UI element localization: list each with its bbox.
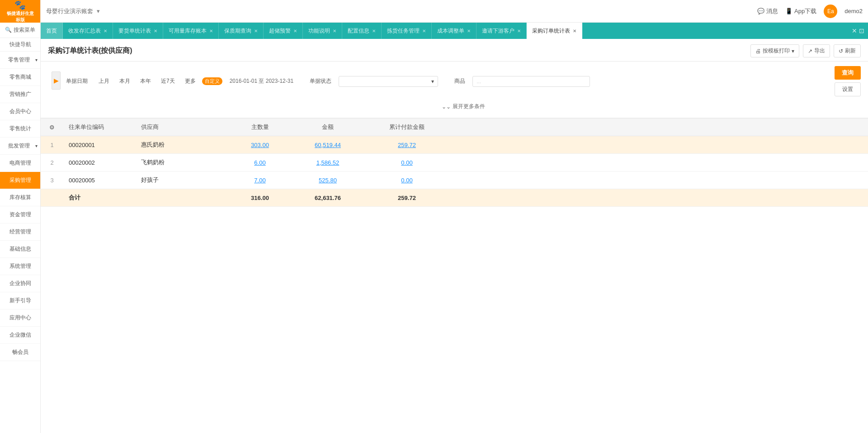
refresh-icon: ↺ xyxy=(839,48,843,54)
tab-receive-summary[interactable]: 收发存汇总表 ✕ xyxy=(63,23,113,39)
cell-amount[interactable]: 1,586.52 xyxy=(294,154,362,171)
tab-label: 配置信息 xyxy=(348,27,369,35)
cell-code: 00020001 xyxy=(63,136,136,154)
goods-input[interactable]: ... xyxy=(472,76,590,87)
account-dropdown[interactable]: 母婴行业演示账套 xyxy=(46,7,93,15)
cell-qty[interactable]: 6.00 xyxy=(226,154,294,171)
dropdown-icon[interactable]: ▾ xyxy=(97,8,100,14)
query-button[interactable]: 查询 xyxy=(835,66,861,80)
custom-badge[interactable]: 自定义 xyxy=(202,77,222,85)
print-dropdown-icon[interactable]: ▾ xyxy=(792,48,794,54)
sidebar-item-corp-wechat[interactable]: 企业微信 xyxy=(0,327,40,344)
export-button[interactable]: ↗ 导出 xyxy=(803,44,830,57)
sidebar-quick-nav[interactable]: 快捷导航 xyxy=(0,38,40,52)
logo-icon: 🐾 xyxy=(14,0,26,10)
shortcut-this-year[interactable]: 本年 xyxy=(137,76,155,86)
tab-close-icon[interactable]: ✕ xyxy=(254,29,258,33)
tab-close-icon[interactable]: ✕ xyxy=(422,29,426,33)
sidebar-item-member[interactable]: 会员中心 xyxy=(0,103,40,120)
shortcut-last-month[interactable]: 上月 xyxy=(95,76,113,86)
sidebar-item-member-vip[interactable]: 畅会员 xyxy=(0,344,40,361)
shortcut-more[interactable]: 更多 xyxy=(181,76,199,86)
sidebar-item-retail-store[interactable]: 零售商城 xyxy=(0,69,40,86)
tab-purchase-order-stats[interactable]: 采购订单统计表 ✕ xyxy=(527,23,582,39)
tab-close-icon[interactable]: ✕ xyxy=(517,29,521,33)
tab-close-icon[interactable]: ✕ xyxy=(333,29,336,33)
export-icon: ↗ xyxy=(808,48,812,54)
sidebar-item-finance[interactable]: 资金管理 xyxy=(0,206,40,224)
tab-config-info[interactable]: 配置信息 ✕ xyxy=(342,23,382,39)
status-select[interactable]: ▾ xyxy=(339,76,438,87)
export-label: 导出 xyxy=(814,47,825,55)
search-icon: 🔍 xyxy=(5,27,12,33)
shortcut-this-month[interactable]: 本月 xyxy=(116,76,134,86)
user-avatar[interactable]: Ea xyxy=(824,5,837,18)
tab-close-icon[interactable]: ✕ xyxy=(104,29,107,33)
sidebar-item-operations[interactable]: 经营管理 xyxy=(0,224,40,241)
sidebar-item-purchase[interactable]: 采购管理 xyxy=(0,172,40,189)
cell-paid[interactable]: 0.00 xyxy=(362,171,452,189)
tab-invite-downstream[interactable]: 邀请下游客户 ✕ xyxy=(476,23,527,39)
setting-button[interactable]: 设置 xyxy=(835,82,861,96)
message-btn[interactable]: 💬 消息 xyxy=(757,7,778,15)
filter-toggle-btn[interactable]: ▶ xyxy=(52,71,61,90)
sidebar-item-basic-info[interactable]: 基础信息 xyxy=(0,241,40,258)
tab-close-all-icon[interactable]: ✕ xyxy=(852,27,857,34)
tab-home[interactable]: 首页 xyxy=(41,23,63,39)
th-code: 往来单位编码 xyxy=(63,119,136,136)
tab-close-icon[interactable]: ✕ xyxy=(293,29,297,33)
sidebar-item-sys-mgmt[interactable]: 系统管理 xyxy=(0,258,40,275)
cell-no: 2 xyxy=(41,154,63,171)
print-label: 按模板打印 xyxy=(763,47,790,55)
tab-func-desc[interactable]: 功能说明 ✕ xyxy=(303,23,342,39)
summary-paid: 259.72 xyxy=(362,189,452,207)
tab-restore-icon[interactable]: ⊡ xyxy=(859,27,864,34)
date-label: 单据日期 xyxy=(66,77,88,85)
cell-qty[interactable]: 7.00 xyxy=(226,171,294,189)
cell-amount[interactable]: 525.80 xyxy=(294,171,362,189)
sidebar-item-retail-stats[interactable]: 零售统计 xyxy=(0,120,40,138)
sidebar-item-batch-mgmt[interactable]: 批发管理 ▾ xyxy=(0,138,40,155)
tab-cost-adjust[interactable]: 成本调整单 ✕ xyxy=(432,23,476,39)
logo: 🐾 畅捷通好生意 标版 xyxy=(0,0,40,23)
refresh-button[interactable]: ↺ 刷新 xyxy=(834,44,861,57)
page-header: 采购订单统计表(按供应商) 🖨 按模板打印 ▾ ↗ 导出 ↺ 刷新 xyxy=(41,39,868,62)
table-row: 3 00020005 好孩子 7.00 525.80 0.00 xyxy=(41,171,868,189)
tab-label: 超储预警 xyxy=(269,27,291,35)
tab-close-icon[interactable]: ✕ xyxy=(372,29,376,33)
sidebar-item-new-guide[interactable]: 新手引导 xyxy=(0,292,40,309)
sidebar-search[interactable]: 🔍 搜索菜单 xyxy=(0,23,40,38)
print-button[interactable]: 🖨 按模板打印 ▾ xyxy=(750,44,799,57)
tab-close-icon[interactable]: ✕ xyxy=(467,29,471,33)
app-download-btn[interactable]: 📱 App下载 xyxy=(785,7,816,15)
sidebar-item-inventory[interactable]: 库存核算 xyxy=(0,189,40,206)
sidebar-item-marketing[interactable]: 营销推广 xyxy=(0,86,40,103)
tab-close-icon[interactable]: ✕ xyxy=(209,29,213,33)
cell-extra xyxy=(452,171,868,189)
cell-amount[interactable]: 60,519.44 xyxy=(294,136,362,154)
summary-empty-3 xyxy=(452,189,868,207)
cell-qty[interactable]: 303.00 xyxy=(226,136,294,154)
sidebar-item-corp-collab[interactable]: 企业协同 xyxy=(0,275,40,292)
expand-more-btn[interactable]: ⌄⌄ 展开更多条件 xyxy=(66,100,861,113)
cell-paid[interactable]: 259.72 xyxy=(362,136,452,154)
home-label: 首页 xyxy=(46,27,57,35)
sidebar-item-ecommerce[interactable]: 电商管理 xyxy=(0,155,40,172)
cell-paid[interactable]: 0.00 xyxy=(362,154,452,171)
tab-pick-task[interactable]: 拣货任务管理 ✕ xyxy=(382,23,432,39)
tab-shelf-life[interactable]: 保质期查询 ✕ xyxy=(219,23,264,39)
date-range[interactable]: 2016-01-01 至 2023-12-31 xyxy=(230,77,293,85)
tab-spacer xyxy=(582,23,848,39)
tab-close-icon[interactable]: ✕ xyxy=(573,29,576,33)
sidebar-item-retail-mgmt[interactable]: 零售管理 ▾ xyxy=(0,52,40,69)
sidebar-item-app-center[interactable]: 应用中心 xyxy=(0,309,40,327)
summary-empty-1 xyxy=(41,189,63,207)
tab-inventory-book[interactable]: 可用量库存账本 ✕ xyxy=(163,23,219,39)
tab-overstock[interactable]: 超储预警 ✕ xyxy=(264,23,303,39)
th-settings[interactable]: ⚙ xyxy=(41,119,63,136)
shortcut-7days[interactable]: 近7天 xyxy=(157,76,179,86)
topbar-right: 💬 消息 📱 App下载 Ea demo2 xyxy=(757,5,863,18)
tab-goods-stats[interactable]: 要货单统计表 ✕ xyxy=(113,23,163,39)
table-area: ⚙ 往来单位编码 供应商 主数量 金额 累计付款金额 1 00020001 xyxy=(41,118,868,207)
tab-close-icon[interactable]: ✕ xyxy=(154,29,157,33)
